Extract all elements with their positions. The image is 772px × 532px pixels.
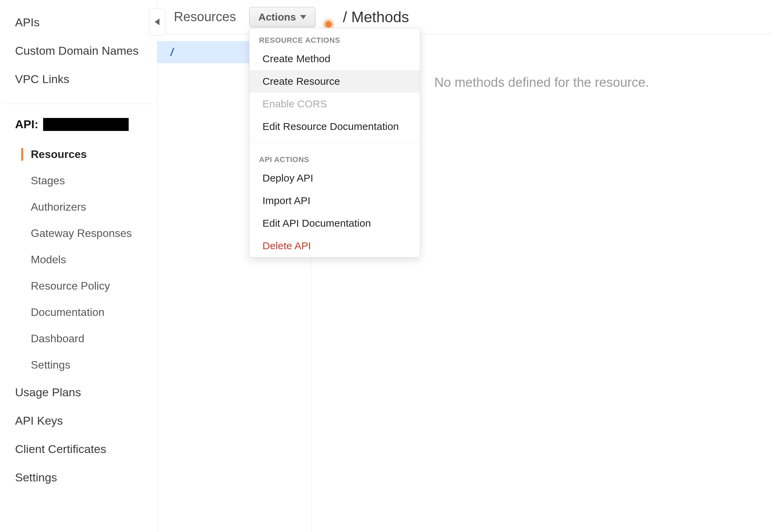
menu-edit-api-documentation[interactable]: Edit API Documentation [249, 212, 420, 235]
sidebar-divider [4, 104, 153, 104]
subnav-dashboard[interactable]: Dashboard [0, 325, 157, 352]
api-label: API: [15, 118, 38, 131]
dropdown-section-api-actions: API ACTIONS [249, 148, 420, 167]
menu-deploy-api[interactable]: Deploy API [249, 167, 420, 189]
page-title: Methods [351, 9, 409, 25]
actions-button[interactable]: Actions [249, 7, 316, 27]
menu-edit-resource-documentation[interactable]: Edit Resource Documentation [249, 115, 420, 138]
dropdown-separator [249, 143, 420, 143]
subnav-resources[interactable]: Resources [0, 141, 157, 168]
nav-client-certificates[interactable]: Client Certificates [0, 435, 157, 463]
menu-create-resource[interactable]: Create Resource [249, 70, 420, 93]
api-subnav: Resources Stages Authorizers Gateway Res… [0, 135, 157, 378]
dropdown-section-resource-actions: RESOURCE ACTIONS [249, 28, 420, 48]
chevron-left-icon [155, 18, 159, 25]
subnav-documentation[interactable]: Documentation [0, 299, 157, 325]
subnav-models[interactable]: Models [0, 247, 157, 273]
path-title: / Methods [343, 9, 409, 26]
actions-label: Actions [258, 11, 296, 23]
panel-title: Resources [174, 10, 235, 24]
caret-down-icon [300, 15, 306, 19]
api-label-row: API: [0, 114, 157, 135]
menu-delete-api[interactable]: Delete API [249, 235, 420, 257]
subnav-resource-policy[interactable]: Resource Policy [0, 273, 157, 299]
breadcrumb-slash: / [343, 9, 347, 25]
subnav-stages[interactable]: Stages [0, 168, 157, 194]
actions-dropdown: RESOURCE ACTIONS Create Method Create Re… [249, 28, 420, 257]
menu-enable-cors: Enable CORS [249, 93, 420, 115]
menu-create-method[interactable]: Create Method [249, 48, 420, 70]
nav-custom-domain-names[interactable]: Custom Domain Names [0, 37, 157, 65]
main-area: Resources Actions RESOURCE ACTIONS Creat… [157, 0, 772, 532]
nav-api-keys[interactable]: API Keys [0, 407, 157, 435]
sidebar-collapse-button[interactable] [149, 8, 165, 36]
subnav-settings[interactable]: Settings [0, 352, 157, 378]
nav-vpc-links[interactable]: VPC Links [0, 65, 157, 93]
subnav-authorizers[interactable]: Authorizers [0, 194, 157, 220]
api-name-redacted [43, 118, 129, 131]
subnav-gateway-responses[interactable]: Gateway Responses [0, 220, 157, 247]
menu-import-api[interactable]: Import API [249, 189, 420, 212]
nav-apis[interactable]: APIs [0, 8, 157, 37]
actions-wrap: Actions RESOURCE ACTIONS Create Method C… [249, 7, 316, 27]
nav-top: APIs Custom Domain Names VPC Links [0, 8, 157, 93]
nav-bottom: Usage Plans API Keys Client Certificates… [0, 378, 157, 492]
nav-usage-plans[interactable]: Usage Plans [0, 378, 157, 407]
header-row: Resources Actions RESOURCE ACTIONS Creat… [157, 0, 772, 34]
nav-global-settings[interactable]: Settings [0, 463, 157, 492]
sidebar: APIs Custom Domain Names VPC Links API: … [0, 0, 157, 532]
